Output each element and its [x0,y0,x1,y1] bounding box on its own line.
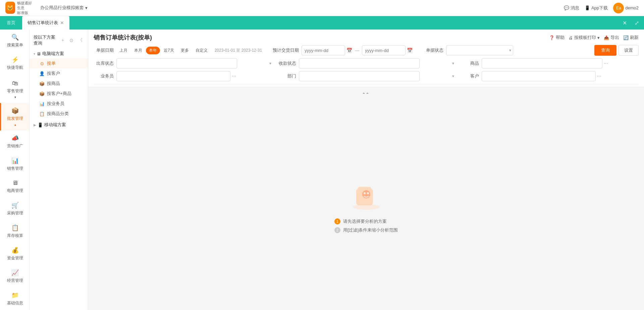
user-area[interactable]: Ea demo2 [613,3,639,13]
date-btn-last-month[interactable]: 上月 [116,47,130,54]
report-title: 销售订单统计表(按单) [94,34,152,42]
app-download-button[interactable]: 📱 App下载 [585,5,608,11]
customer-input[interactable] [482,71,596,81]
date-shortcuts: 上月 本月 本年 近7天 更多 自定义 [116,47,211,54]
date-from-input[interactable] [302,45,345,55]
empty-svg [346,178,386,212]
print-button[interactable]: 🖨 按模板打印 ▾ [569,35,600,41]
empty-steps: 1 请先选择要分析的方案 2 用[过滤]条件来缩小分析范围 [334,218,398,233]
scheme-group-desktop-header[interactable]: ▾ 🖥 电脑端方案 [30,49,88,58]
user-avatar: Ea [613,3,624,13]
top-nav: 🐱 畅捷通好生意 标准版 办公用品行业模拟账套 ▾ 💬 消息 📱 App下载 E… [0,0,644,16]
department-chevron: ▾ [452,74,454,79]
bill-status-select[interactable] [446,45,513,55]
print-chevron: ▾ [597,35,600,40]
payment-status-select[interactable] [299,58,420,68]
date-to-wrap: 📅 [362,45,413,55]
scheme-group-mobile: ▶ 📱 移动端方案 [30,119,88,130]
sidebar-item-purchase[interactable]: 🛒 采购管理 [0,198,29,220]
date-btn-custom[interactable]: 自定义 [193,47,211,54]
inventory-icon: 📋 [11,224,19,231]
bill-status-label: 单据状态 [423,47,443,53]
scheme-item-by-goods-category[interactable]: 📋 按商品分类 [30,109,88,119]
refresh-button[interactable]: 🔄 刷新 [623,35,639,41]
customer-label: 客户 [459,73,479,79]
scheme-by-cg-icon: 📦 [39,91,45,97]
salesperson-input-area: ··· [116,71,273,81]
logo-area: 🐱 畅捷通好生意 标准版 [5,1,35,15]
finance-icon: 💰 [11,247,19,254]
sidebar-item-retail[interactable]: 🛍 零售管理 ▾ [0,76,29,103]
collapse-button[interactable]: ⌃⌃ [362,90,371,99]
tab-expand-icon[interactable]: ⤢ [632,18,641,28]
scheme-settings-button[interactable]: ⊙ [68,37,75,44]
scheme-by-sp-icon: 📊 [39,101,45,107]
date-to-input[interactable] [362,45,406,55]
sidebar-item-inventory[interactable]: 📋 库存核算 [0,220,29,243]
tab-bar-actions: ✕ ⤢ [617,18,644,28]
date-btn-this-month[interactable]: 本月 [131,47,145,54]
scheme-item-by-order[interactable]: ⊙ 按单 [30,58,88,68]
calendar-to-icon[interactable]: 📅 [407,48,413,53]
sidebar-search[interactable]: 🔍 搜索菜单 [0,30,29,52]
scheme-item-by-salesperson[interactable]: 📊 按业务员 [30,99,88,109]
salesperson-input[interactable] [116,71,230,81]
scheme-collapse-button[interactable]: 《 [76,37,84,44]
scheme-group-mobile-header[interactable]: ▶ 📱 移动端方案 [30,120,88,130]
tab-sales-order-stats[interactable]: 销售订单统计表 ✕ [22,16,69,30]
help-icon: ❓ [549,35,554,40]
tab-close-window-icon[interactable]: ✕ [620,18,629,28]
settings-button[interactable]: 设置 [619,45,639,56]
quick-nav-icon: ⚡ [11,56,19,63]
date-btn-last-7[interactable]: 近7天 [161,47,177,54]
search-button[interactable]: 查询 [594,45,616,56]
department-select[interactable] [299,71,420,81]
sidebar-item-finance[interactable]: 💰 资金管理 [0,243,29,265]
date-from-wrap: 📅 [302,45,352,55]
date-separator: — [355,48,359,53]
empty-illustration [346,178,386,213]
calendar-from-icon[interactable]: 📅 [346,48,352,53]
app-selector[interactable]: 办公用品行业模拟账套 ▾ [38,3,90,12]
customer-ellipsis[interactable]: ··· [596,73,603,79]
sidebar-item-basic[interactable]: 📁 基础信息 [0,288,29,310]
date-btn-more[interactable]: 更多 [178,47,192,54]
logo-icon: 🐱 [5,2,15,14]
scheme-by-customer-icon: 👤 [39,70,45,76]
sidebar-item-sales[interactable]: 📊 销售管理 [0,153,29,175]
scheme-panel: 按以下方案查询 ＋ ⊙ 《 ▾ 🖥 电脑端方案 ⊙ 按单 [30,30,88,310]
customer-input-area: ··· [482,71,639,81]
scheme-add-button[interactable]: ＋ [59,37,66,44]
help-button[interactable]: ❓ 帮助 [549,35,565,41]
sidebar-item-operations[interactable]: 📈 经营管理 [0,265,29,288]
sidebar-item-marketing[interactable]: 📣 营销推广 [0,131,29,153]
tab-close-icon[interactable]: ✕ [60,20,64,25]
tab-home[interactable]: 首页 [0,16,22,30]
report-area: 销售订单统计表(按单) ❓ 帮助 🖨 按模板打印 ▾ 📤 [88,30,644,310]
print-icon: 🖨 [569,35,573,40]
mobile-icon: 📱 [38,122,43,127]
sidebar-item-wholesale[interactable]: 📦 批发管理 ▴ [0,103,29,131]
message-button[interactable]: 💬 消息 [564,5,579,11]
sales-icon: 📊 [11,157,19,164]
export-button[interactable]: 📤 导出 [604,35,619,41]
scheme-item-by-customer[interactable]: 👤 按客户 [30,68,88,79]
ship-status-select[interactable] [116,58,237,68]
payment-status-label: 收款状态 [276,60,296,66]
mobile-group-expand-icon: ▶ [34,123,36,127]
date-label: 单据日期 [94,47,114,53]
scheme-item-by-customer-goods[interactable]: 📦 按客户+商品 [30,89,88,99]
filter-row-date: 单据日期 上月 本月 本年 近7天 更多 自定义 2023-01-01 至 20… [94,45,639,56]
goods-ellipsis[interactable]: ··· [602,60,609,66]
date-btn-this-year[interactable]: 本年 [146,47,160,54]
search-icon: 🔍 [11,34,19,41]
group-icon: 🖥 [37,51,41,56]
bill-status-select-wrap: ▾ [446,45,513,55]
marketing-icon: 📣 [11,135,19,142]
salesperson-ellipsis[interactable]: ··· [230,73,237,79]
sidebar-quick-nav[interactable]: ⚡ 快捷导航 [0,52,29,74]
sidebar-item-ecommerce[interactable]: 🖥 电商管理 [0,175,29,198]
scheme-item-by-goods[interactable]: 📦 按商品 [30,79,88,89]
empty-step-1: 1 请先选择要分析的方案 [334,218,398,224]
goods-input[interactable] [482,58,602,68]
